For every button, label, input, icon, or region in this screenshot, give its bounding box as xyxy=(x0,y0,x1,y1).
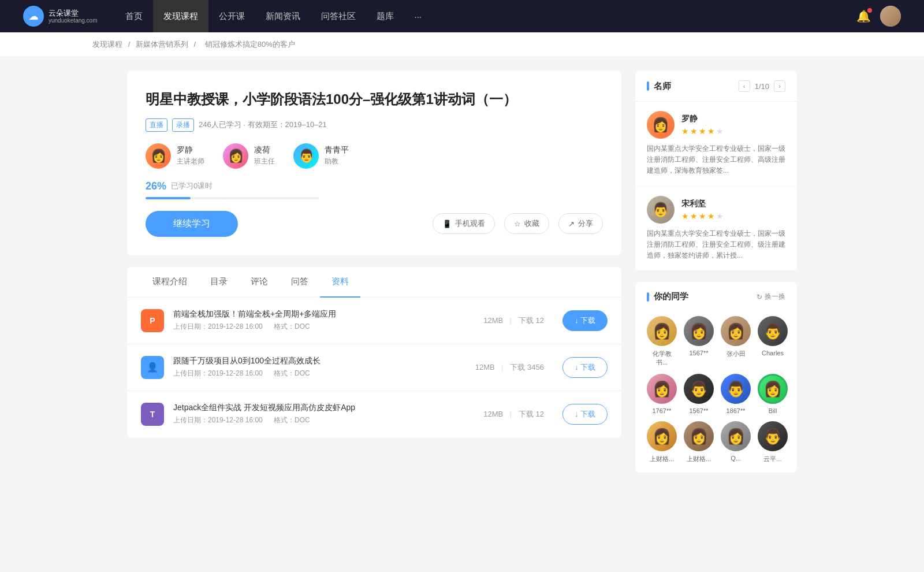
teacher-role-1: 班主任 xyxy=(254,157,275,166)
classmate-avatar-9: 👩 xyxy=(684,421,714,451)
breadcrumb-link-2[interactable]: 新媒体营销系列 xyxy=(136,40,188,49)
next-page-button[interactable]: › xyxy=(774,80,785,92)
progress-bar-fill xyxy=(146,197,191,199)
classmate-2: 👩 张小田 xyxy=(721,316,751,367)
notification-bell[interactable]: 🔔 xyxy=(856,9,871,23)
tab-review[interactable]: 评论 xyxy=(239,267,280,298)
nav-item-discover[interactable]: 发现课程 xyxy=(153,0,208,32)
classmates-header: 你的同学 ↻ 换一换 xyxy=(635,282,797,311)
teacher-avatar-1: 👩 xyxy=(223,143,248,169)
resource-item-2: T Jetpack全组件实战 开发短视频应用高仿皮皮虾App 上传日期：2019… xyxy=(127,391,621,437)
course-meta: 246人已学习 · 有效期至：2019–10–21 xyxy=(199,120,327,130)
teachers-card-header: 名师 ‹ 1/10 › xyxy=(635,71,797,102)
prev-page-button[interactable]: ‹ xyxy=(739,80,750,92)
resource-title-1: 跟随千万级项目从0到100全过程高效成长 xyxy=(173,356,466,366)
breadcrumb: 发现课程 / 新媒体营销系列 / 销冠修炼术搞定80%的客户 xyxy=(0,32,924,57)
progress-section: 26% 已学习0课时 xyxy=(146,180,603,199)
resource-meta-0: 上传日期：2019-12-28 16:00 格式：DOC xyxy=(173,322,474,332)
teacher-item-2: 👨 青青平 助教 xyxy=(293,143,349,169)
classmate-avatar-5: 👨 xyxy=(684,374,714,404)
classmate-name-5: 1567** xyxy=(689,407,708,414)
mobile-icon: 📱 xyxy=(442,220,452,228)
teacher-role-2: 助教 xyxy=(325,157,349,166)
resource-meta-2: 上传日期：2019-12-28 16:00 格式：DOC xyxy=(173,415,474,425)
refresh-icon: ↻ xyxy=(757,293,762,301)
classmate-8: 👩 上财格... xyxy=(647,421,677,463)
classmate-5: 👨 1567** xyxy=(684,374,714,414)
nav-right: 🔔 xyxy=(856,6,901,27)
breadcrumb-link-1[interactable]: 发现课程 xyxy=(92,40,122,49)
course-teachers: 👩 罗静 主讲老师 👩 凌荷 班主任 xyxy=(146,143,603,169)
tag-live: 直播 xyxy=(146,118,167,132)
resource-stats-0: 12MB | 下载 12 xyxy=(483,315,544,326)
collect-button[interactable]: ☆ 收藏 xyxy=(504,213,549,234)
progress-percent: 26% xyxy=(146,180,166,192)
resource-item-1: 👤 跟随千万级项目从0到100全过程高效成长 上传日期：2019-12-28 1… xyxy=(127,344,621,391)
notification-dot xyxy=(867,8,872,13)
classmates-title-bar xyxy=(647,292,649,302)
download-button-2[interactable]: ↓ 下载 xyxy=(562,404,608,425)
resource-info-2: Jetpack全组件实战 开发短视频应用高仿皮皮虾App 上传日期：2019-1… xyxy=(173,403,474,425)
teacher-info-0: 罗静 主讲老师 xyxy=(177,145,204,166)
classmate-avatar-2: 👩 xyxy=(721,316,751,346)
tab-catalog[interactable]: 目录 xyxy=(199,267,239,298)
resource-title-0: 前端全栈加强版！前端全栈+全周期+多端应用 xyxy=(173,309,474,320)
download-button-0[interactable]: ↓ 下载 xyxy=(562,310,608,331)
continue-learning-button[interactable]: 继续学习 xyxy=(146,211,238,237)
sidebar-teacher-stars-0: ★ ★ ★ ★ ★ xyxy=(681,127,724,136)
sidebar-teacher-0: 👩 罗静 ★ ★ ★ ★ ★ 国内某重点大学安全工程专业硕士，国家一级注册消防工… xyxy=(635,102,797,187)
navbar: ☁ 云朵课堂 yunduoketang.com 首页 发现课程 公开课 新闻资讯… xyxy=(0,0,924,32)
user-avatar[interactable] xyxy=(880,6,901,27)
classmate-name-8: 上财格... xyxy=(650,455,674,463)
refresh-classmates-button[interactable]: ↻ 换一换 xyxy=(757,292,785,302)
nav-item-more[interactable]: ··· xyxy=(404,0,433,32)
sidebar-teacher-top-1: 👨 宋利坚 ★ ★ ★ ★ ★ xyxy=(647,196,785,224)
nav-item-exam[interactable]: 题库 xyxy=(366,0,404,32)
breadcrumb-current: 销冠修炼术搞定80%的客户 xyxy=(205,40,295,49)
nav-item-home[interactable]: 首页 xyxy=(115,0,153,32)
classmate-name-9: 上财格... xyxy=(687,455,711,463)
tab-qa[interactable]: 问答 xyxy=(280,267,320,298)
teacher-pagination: ‹ 1/10 › xyxy=(739,80,785,92)
classmate-avatar-0: 👩 xyxy=(647,316,677,346)
course-actions: 继续学习 📱 手机观看 ☆ 收藏 ↗ 分享 xyxy=(146,211,603,237)
course-header-card: 明星中教授课，小学阶段语法100分–强化级第1讲动词（一） 直播 录播 246人… xyxy=(127,71,621,255)
tab-resources[interactable]: 资料 xyxy=(320,267,360,298)
resource-stats-2: 12MB | 下载 12 xyxy=(483,409,544,419)
classmate-name-3: Charles xyxy=(762,350,784,356)
share-icon: ↗ xyxy=(568,220,575,228)
star-icon: ☆ xyxy=(514,220,521,228)
classmate-4: 👩 1767** xyxy=(647,374,677,414)
logo-text: 云朵课堂 yunduoketang.com xyxy=(49,9,98,24)
resource-item-0: P 前端全栈加强版！前端全栈+全周期+多端应用 上传日期：2019-12-28 … xyxy=(127,298,621,344)
classmate-6: 👨 1867** xyxy=(721,374,751,414)
classmate-name-4: 1767** xyxy=(652,407,671,414)
share-button[interactable]: ↗ 分享 xyxy=(558,213,603,234)
teachers-title: 名师 xyxy=(647,81,671,92)
resource-title-2: Jetpack全组件实战 开发短视频应用高仿皮皮虾App xyxy=(173,403,474,413)
teacher-name-1: 凌荷 xyxy=(254,145,275,155)
logo[interactable]: ☁ 云朵课堂 yunduoketang.com xyxy=(23,6,98,27)
progress-text: 已学习0课时 xyxy=(171,181,213,191)
teacher-role-0: 主讲老师 xyxy=(177,157,204,166)
classmate-name-2: 张小田 xyxy=(726,350,746,358)
nav-item-open[interactable]: 公开课 xyxy=(208,0,255,32)
classmate-avatar-4: 👩 xyxy=(647,374,677,404)
resource-icon-2: T xyxy=(141,403,164,426)
classmates-card: 你的同学 ↻ 换一换 👩 化学教书... 👩 xyxy=(635,282,797,473)
mobile-watch-button[interactable]: 📱 手机观看 xyxy=(433,213,495,234)
logo-icon: ☁ xyxy=(23,6,44,27)
sidebar-teacher-desc-1: 国内某重点大学安全工程专业硕士，国家一级注册消防工程师、注册安全工程师、级注册建… xyxy=(647,228,785,262)
nav-items: 首页 发现课程 公开课 新闻资讯 问答社区 题库 ··· xyxy=(115,0,856,32)
teacher-info-2: 青青平 助教 xyxy=(325,145,349,166)
nav-item-news[interactable]: 新闻资讯 xyxy=(255,0,311,32)
course-tabs: 课程介绍 目录 评论 问答 资料 xyxy=(127,267,621,298)
download-button-1[interactable]: ↓ 下载 xyxy=(562,357,608,378)
sidebar-teacher-name-0: 罗静 xyxy=(681,114,724,124)
nav-item-qa[interactable]: 问答社区 xyxy=(311,0,366,32)
sidebar-teacher-1: 👨 宋利坚 ★ ★ ★ ★ ★ 国内某重点大学安全工程专业硕士，国家一级注册消防… xyxy=(635,187,797,271)
resource-icon-0: P xyxy=(141,309,164,332)
tab-intro[interactable]: 课程介绍 xyxy=(141,267,199,298)
classmate-avatar-6: 👨 xyxy=(721,374,751,404)
sidebar-teacher-info-1: 宋利坚 ★ ★ ★ ★ ★ xyxy=(681,199,724,221)
